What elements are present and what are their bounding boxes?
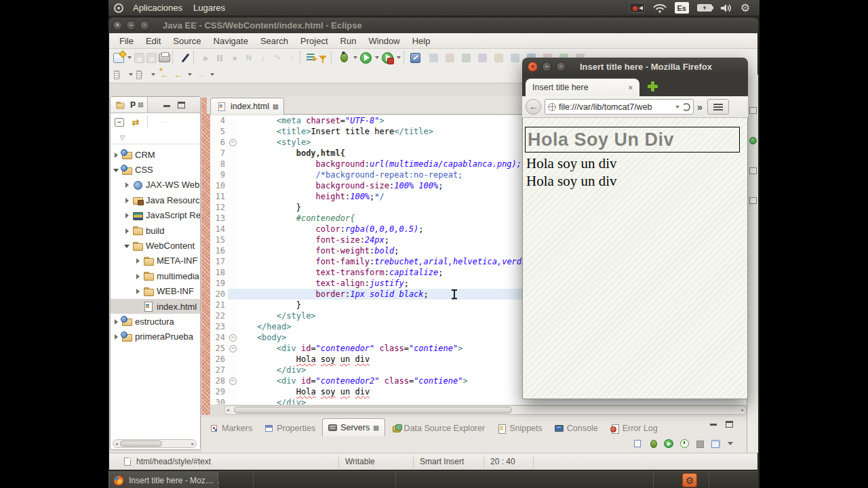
minimize-view-icon[interactable] [710, 424, 717, 426]
maximize-icon[interactable]: ▫ [140, 20, 150, 30]
tab-snippets[interactable]: Snippets [492, 420, 548, 436]
new-server-icon[interactable] [633, 439, 642, 448]
menu-search[interactable]: Search [254, 35, 294, 47]
url-dropdown-icon[interactable] [675, 106, 679, 108]
chevron-down-icon[interactable] [124, 243, 130, 249]
maximize-view-icon[interactable] [178, 102, 185, 108]
next-annotation-icon[interactable] [113, 68, 125, 81]
close-icon[interactable]: × [528, 62, 538, 72]
close-icon[interactable]: ⊠ [138, 101, 143, 108]
topbar-menu-aplicaciones[interactable]: Aplicaciones [127, 1, 188, 14]
tree-item-meta-inf[interactable]: META-INF [111, 253, 200, 268]
maximize-view-icon[interactable] [726, 421, 733, 428]
chevron-right-icon[interactable] [135, 288, 141, 294]
tab-index-html[interactable]: index.html ⊠ [210, 98, 284, 115]
new-wizard-icon[interactable] [113, 53, 124, 63]
tree-item-estructura[interactable]: estructura [111, 314, 200, 329]
collapse-all-icon[interactable] [115, 118, 124, 127]
chevron-right-icon[interactable] [135, 273, 141, 279]
screen-recorder-icon[interactable]: ⚙ [682, 473, 697, 487]
tasks-view-icon[interactable] [749, 197, 757, 204]
tree-item-multimedia[interactable]: multimedia [111, 268, 200, 283]
chevron-right-icon[interactable] [113, 152, 119, 158]
scrollbar-thumb[interactable] [120, 441, 162, 447]
tab-insert-title-here[interactable]: Insert title here × [526, 79, 639, 96]
scroll-right-icon[interactable]: ▸ [191, 441, 194, 447]
debug-server-icon[interactable] [648, 439, 658, 448]
hamburger-menu-icon[interactable] [707, 99, 729, 115]
print-icon[interactable] [159, 54, 170, 62]
tree-item-crm[interactable]: CRM [111, 147, 200, 162]
tree-item-javascript-re[interactable]: JavaScript Re [111, 208, 200, 223]
menu-run[interactable]: Run [334, 35, 363, 47]
ubuntu-logo-icon[interactable] [114, 3, 123, 13]
overflow-chevron-icon[interactable]: » [697, 102, 701, 113]
chevron-right-icon[interactable] [124, 182, 130, 188]
tab-error-log[interactable]: Error Log [605, 420, 663, 436]
tree-item-primeraprueba[interactable]: primeraPrueba [111, 329, 200, 344]
tree-item-css[interactable]: CSS [111, 162, 200, 177]
explorer-horizontal-scrollbar[interactable]: ◂ ▸ [113, 439, 197, 448]
scrollbar-thumb[interactable] [234, 407, 512, 413]
chevron-right-icon[interactable] [124, 197, 130, 203]
menu-project[interactable]: Project [294, 35, 334, 47]
debug-icon[interactable] [338, 52, 350, 64]
close-icon[interactable]: ⊠ [273, 103, 278, 110]
volume-icon[interactable] [720, 3, 732, 13]
chevron-down-icon[interactable] [113, 167, 119, 173]
profile-icon[interactable] [382, 52, 393, 64]
url-text[interactable]: file:///var/lib/tomcat7/web [559, 102, 652, 112]
tree-item-index-html[interactable]: index.html [111, 299, 200, 314]
tab-servers[interactable]: Servers⊠ [322, 418, 384, 436]
servers-view-icon[interactable] [749, 137, 757, 144]
close-icon[interactable]: × [113, 20, 123, 30]
last-edit-icon[interactable] [158, 68, 170, 81]
menu-window[interactable]: Window [362, 35, 406, 47]
view-menu-icon[interactable] [726, 439, 736, 448]
menu-edit[interactable]: Edit [140, 35, 167, 47]
chevron-right-icon[interactable] [124, 212, 130, 218]
link-with-editor-icon[interactable] [130, 116, 142, 128]
menu-help[interactable]: Help [406, 35, 437, 47]
fold-collapse-icon[interactable] [228, 343, 237, 354]
tab-project-explorer[interactable]: P ⊠ [111, 97, 148, 113]
reload-icon[interactable] [682, 103, 690, 111]
battery-icon[interactable] [697, 4, 712, 12]
menu-source[interactable]: Source [167, 35, 207, 47]
maximize-icon[interactable]: ▫ [556, 62, 566, 72]
keyboard-layout-indicator[interactable]: Es [675, 2, 689, 14]
topbar-menu-lugares[interactable]: Lugares [188, 1, 231, 14]
tree-item-jax-ws-web[interactable]: JAX-WS Web [111, 178, 200, 192]
fold-collapse-icon[interactable] [228, 137, 237, 148]
new-tab-icon[interactable] [648, 81, 658, 92]
view-menu-icon[interactable]: ▽ [120, 134, 125, 141]
chevron-right-icon[interactable] [124, 228, 130, 234]
url-bar[interactable]: file:///var/lib/tomcat7/web [545, 99, 694, 115]
tab-data-source-explorer[interactable]: Data Source Explorer [387, 420, 491, 436]
profile-server-icon[interactable] [679, 439, 689, 448]
pen-icon[interactable] [179, 52, 191, 64]
session-gear-icon[interactable]: ⚙ [741, 3, 750, 14]
menu-navigate[interactable]: Navigate [208, 35, 254, 47]
fold-collapse-icon[interactable] [228, 375, 237, 386]
scroll-right-icon[interactable]: ▸ [741, 407, 744, 413]
chevron-right-icon[interactable] [113, 319, 119, 325]
tree-item-java-resourc[interactable]: Java Resourc [111, 192, 200, 207]
minimize-icon[interactable]: − [126, 20, 136, 30]
prev-annotation-icon[interactable] [136, 68, 148, 81]
run-icon[interactable] [360, 52, 372, 64]
tab-console[interactable]: Console [549, 420, 604, 436]
tab-markers[interactable]: Markers [204, 420, 258, 436]
record-icon[interactable] [307, 54, 315, 62]
chevron-right-icon[interactable] [113, 333, 119, 340]
tree-item-webcontent[interactable]: WebContent [111, 238, 200, 253]
chevron-right-icon[interactable] [135, 258, 141, 264]
close-icon[interactable]: ⊠ [373, 424, 378, 432]
wifi-icon[interactable] [653, 3, 667, 13]
tab-properties[interactable]: Properties [259, 420, 321, 436]
restore-view-icon[interactable] [749, 107, 757, 114]
screen-record-icon[interactable] [629, 3, 645, 13]
minimize-icon[interactable]: − [542, 62, 552, 72]
scroll-left-icon[interactable]: ◂ [115, 441, 118, 447]
back-icon[interactable] [172, 68, 184, 81]
